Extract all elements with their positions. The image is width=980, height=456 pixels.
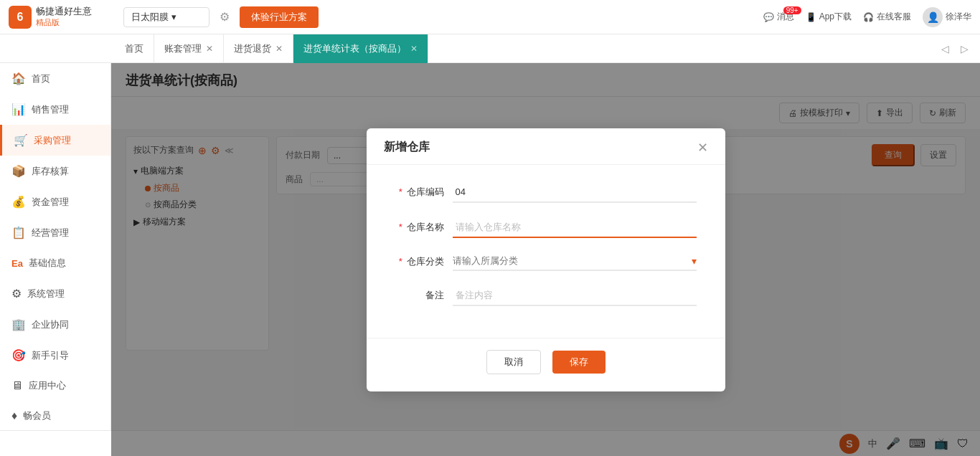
sidebar-item-finance-label: 资金管理 [32,196,69,209]
store-name: 日太阳膜 [131,11,169,24]
sidebar: 🏠 首页 📊 销售管理 🛒 采购管理 📦 库存核算 💰 资金管理 📋 经营管理 … [0,63,111,456]
logo-icon: 6 [9,6,32,29]
category-select-wrapper[interactable]: ▾ [453,252,697,271]
sidebar-item-finance[interactable]: 💰 资金管理 [0,186,110,217]
modal-body: * 仓库编码 * 仓库名称 [367,165,725,338]
basic-icon: Ea [11,258,23,269]
sidebar-item-basic-label: 基础信息 [29,257,66,270]
headset-icon: 🎧 [863,12,874,22]
user-name: 徐泽华 [946,11,971,23]
tab-account-label: 账套管理 [164,42,202,55]
message-icon: 💬 [763,12,774,22]
save-button[interactable]: 保存 [552,351,606,374]
name-label: * 仓库名称 [395,221,453,234]
sidebar-item-inventory[interactable]: 📦 库存核算 [0,156,110,186]
sidebar-item-purchase[interactable]: 🛒 采购管理 [0,125,110,156]
sidebar-item-system-label: 系统管理 [27,288,65,300]
service-item[interactable]: 🎧 在线客服 [863,11,911,23]
modal-header: 新增仓库 ✕ [367,128,725,165]
sidebar-item-inventory-label: 库存核算 [32,165,69,178]
cancel-button[interactable]: 取消 [486,350,541,374]
modal-overlay: 新增仓库 ✕ * 仓库编码 * [111,63,980,456]
top-header: 6 畅捷通好生意 精品版 日太阳膜 ▾ ⚙ 体验行业方案 💬 消息 99+ 📱 … [0,0,980,34]
sidebar-item-member[interactable]: ♦ 畅会员 [0,401,110,431]
purchase-icon: 🛒 [14,133,28,147]
app-download-item[interactable]: 📱 App下载 [806,11,852,23]
sidebar-item-home-label: 首页 [32,72,50,85]
name-input[interactable] [453,217,697,238]
code-label: * 仓库编码 [395,186,453,199]
sidebar-item-basic[interactable]: Ea 基础信息 [0,248,110,278]
tab-stats[interactable]: 进货单统计表（按商品） ✕ [293,34,428,63]
form-row-category: * 仓库分类 ▾ [395,252,697,271]
form-row-code: * 仓库编码 [395,182,697,203]
sidebar-item-sales[interactable]: 📊 销售管理 [0,94,110,125]
store-dropdown-icon: ▾ [171,11,176,22]
tab-return-close[interactable]: ✕ [275,44,283,54]
sidebar-item-enterprise-label: 企业协同 [32,318,69,331]
main-layout: 🏠 首页 📊 销售管理 🛒 采购管理 📦 库存核算 💰 资金管理 📋 经营管理 … [0,63,980,456]
sidebar-item-apps[interactable]: 🖥 应用中心 [0,371,110,401]
operations-icon: 📋 [11,226,26,239]
modal-new-warehouse: 新增仓库 ✕ * 仓库编码 * [367,128,725,391]
tab-home[interactable]: 首页 [115,34,154,63]
inventory-icon: 📦 [11,164,26,178]
note-label: 备注 [395,289,453,302]
category-dropdown-icon[interactable]: ▾ [692,255,697,267]
form-row-name: * 仓库名称 [395,217,697,238]
sidebar-item-sales-label: 销售管理 [32,103,69,116]
brand-name: 畅捷通好生意 [36,6,92,18]
content-area: 进货单统计(按商品) 🖨 按模板打印 ▾ ⬆ 导出 ↻ 刷新 按以下方 [111,63,980,456]
home-icon: 🏠 [11,72,26,85]
gear-icon[interactable]: ⚙ [217,7,232,27]
tab-prev-icon[interactable]: ◁ [937,42,953,56]
enterprise-icon: 🏢 [11,318,26,331]
finance-icon: 💰 [11,195,26,209]
logo-area: 6 畅捷通好生意 精品版 [9,6,116,29]
tab-return-label: 进货退货 [234,42,271,55]
sidebar-item-guide-label: 新手引导 [32,349,69,362]
message-item[interactable]: 💬 消息 99+ [763,11,794,23]
note-input[interactable] [453,285,697,306]
modal-footer: 取消 保存 [367,338,725,391]
brand-sub: 精品版 [36,17,92,28]
app-icon: 📱 [806,12,816,22]
sidebar-item-member-label: 畅会员 [23,409,51,422]
sidebar-item-apps-label: 应用中心 [29,379,66,392]
tab-stats-label: 进货单统计表（按商品） [303,42,406,55]
tab-account[interactable]: 账套管理 ✕ [154,34,224,63]
sidebar-item-operations[interactable]: 📋 经营管理 [0,217,110,248]
sidebar-item-enterprise[interactable]: 🏢 企业协同 [0,309,110,340]
tab-bar: 首页 账套管理 ✕ 进货退货 ✕ 进货单统计表（按商品） ✕ ◁ ▷ [0,34,980,63]
category-label: * 仓库分类 [395,255,453,268]
member-icon: ♦ [11,409,17,422]
tab-return[interactable]: 进货退货 ✕ [224,34,293,63]
tab-account-close[interactable]: ✕ [206,44,213,54]
form-row-note: 备注 [395,285,697,306]
tab-next-icon[interactable]: ▷ [956,42,973,56]
app-label: App下载 [819,11,852,23]
sidebar-item-operations-label: 经营管理 [32,227,69,239]
user-item[interactable]: 👤 徐泽华 [923,7,971,27]
avatar: 👤 [923,7,943,27]
code-input[interactable] [453,182,697,203]
sidebar-item-guide[interactable]: 🎯 新手引导 [0,340,110,371]
tab-stats-close[interactable]: ✕ [410,44,418,54]
sidebar-item-system[interactable]: ⚙ 系统管理 [0,278,110,309]
sidebar-item-purchase-label: 采购管理 [34,134,71,147]
apps-icon: 🖥 [11,379,23,392]
sales-icon: 📊 [11,103,26,116]
sidebar-item-home[interactable]: 🏠 首页 [0,63,110,94]
category-input[interactable] [453,255,692,266]
store-selector[interactable]: 日太阳膜 ▾ [123,7,209,27]
tab-home-label: 首页 [125,42,143,55]
service-label: 在线客服 [877,11,911,23]
message-badge: 99+ [783,6,801,14]
tab-controls: ◁ ▷ [937,42,980,56]
header-right: 💬 消息 99+ 📱 App下载 🎧 在线客服 👤 徐泽华 [763,7,971,27]
guide-icon: 🎯 [11,348,26,362]
modal-close-button[interactable]: ✕ [697,140,708,156]
try-industry-button[interactable]: 体验行业方案 [240,6,319,28]
system-icon: ⚙ [11,287,22,300]
modal-title: 新增仓库 [384,140,430,155]
